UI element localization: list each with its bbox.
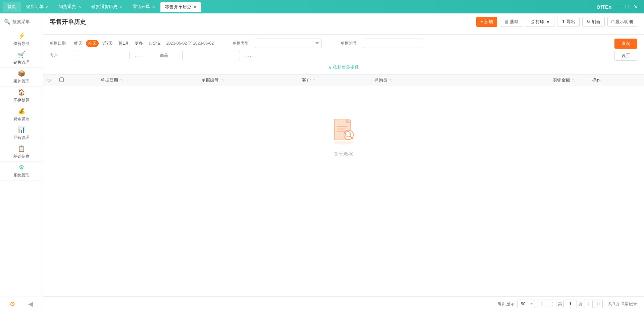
sidebar-settings-icon[interactable]: ⚙: [10, 300, 15, 308]
inventory-label: 库存核算: [13, 97, 30, 103]
th-customer: 客户 ⇅: [298, 74, 370, 86]
tab-sales-return-history-close[interactable]: ✕: [119, 5, 122, 9]
data-table: ⚙ 单据日期 ⇅ 单据编号 ⇅: [43, 74, 644, 184]
date-today[interactable]: 今天: [86, 40, 99, 47]
customer-input[interactable]: [72, 51, 130, 60]
tab-sales-return-history[interactable]: 销货退货历史 ✕: [87, 2, 127, 12]
date-range-value: 2023-06-02 至 2023-06-02: [166, 41, 213, 46]
page-number-input[interactable]: [563, 300, 577, 308]
th-amount-sort[interactable]: ⇅: [572, 79, 575, 82]
sidebar-item-operations[interactable]: 📊 经营管理: [0, 124, 43, 143]
content-area: 零售开单历史 + 新增 🗑 删除 🖨 打印 ▼ ⬆ 导出 ↻ 刷新 □ 显示明细: [43, 13, 644, 311]
query-button[interactable]: 查询: [614, 39, 637, 49]
sidebar-collapse-icon[interactable]: ◀: [28, 300, 33, 308]
sidebar: 🔍 搜索采单 ⚡ 快捷导航 🛒 销售管理 📦 采购管理 🏠 库存核算 💰 资金管…: [0, 13, 43, 311]
page-label: 第: [558, 301, 562, 307]
sidebar-item-sales-mgmt[interactable]: 🛒 销售管理: [0, 49, 43, 68]
th-date-sort[interactable]: ⇅: [120, 79, 123, 82]
sidebar-item-inventory[interactable]: 🏠 库存核算: [0, 87, 43, 105]
tab-sales-return[interactable]: 销货退货 ✕: [54, 2, 86, 12]
first-page-button[interactable]: ⟨⟨: [538, 300, 546, 308]
delete-button[interactable]: 🗑 删除: [500, 17, 523, 27]
close-window-icon[interactable]: ✕: [634, 4, 638, 10]
tab-sales-return-close[interactable]: ✕: [78, 5, 81, 9]
tab-retail-open-label: 零售开单: [133, 4, 150, 10]
select-all-checkbox[interactable]: [59, 77, 64, 82]
search-icon: 🔍: [4, 19, 10, 25]
sidebar-item-system[interactable]: ⚙ 系统管理: [0, 162, 43, 180]
th-date: 单据日期 ⇅: [97, 74, 197, 86]
tab-sales-order-close[interactable]: ✕: [46, 5, 49, 9]
th-settings: ⚙: [43, 74, 55, 86]
th-ops: 操作: [588, 74, 644, 86]
inventory-icon: 🏠: [18, 89, 25, 96]
filter-settings-button[interactable]: 设置: [614, 51, 637, 61]
product-input[interactable]: [182, 51, 240, 60]
table-body: 暂无数据: [43, 86, 644, 185]
add-button[interactable]: + 新增: [476, 17, 497, 27]
sidebar-search[interactable]: 🔍 搜索采单: [0, 13, 43, 30]
sidebar-item-purchase-mgmt[interactable]: 📦 采购管理: [0, 68, 43, 87]
doc-number-input[interactable]: [363, 39, 423, 48]
date-yesterday[interactable]: 昨天: [72, 40, 85, 47]
page-suffix: 页: [578, 301, 583, 307]
empty-state-cell: 暂无数据: [43, 86, 644, 185]
th-number-label: 单据编号: [201, 77, 219, 83]
sidebar-bottom: ⚙ ◀: [0, 297, 43, 311]
tab-retail-open[interactable]: 零售开单 ✕: [128, 2, 160, 12]
sidebar-item-basic-info[interactable]: 📋 基础信息: [0, 143, 43, 162]
empty-text: 暂无数据: [334, 151, 353, 157]
sales-mgmt-icon: 🛒: [18, 51, 25, 58]
collapse-bar[interactable]: ∧ 收起更多条件: [50, 64, 637, 70]
th-number-sort[interactable]: ⇅: [221, 79, 224, 82]
system-label: 系统管理: [13, 172, 30, 178]
date-1month[interactable]: 近1月: [116, 40, 132, 47]
empty-icon: [327, 113, 360, 147]
empty-state-row: 暂无数据: [43, 86, 644, 185]
sales-mgmt-label: 销售管理: [13, 60, 30, 65]
quick-nav-icon: ⚡: [18, 32, 25, 40]
display-cols-button[interactable]: □ 显示明细: [607, 17, 637, 27]
date-custom[interactable]: 自定义: [147, 40, 163, 47]
customer-dots[interactable]: ...: [135, 52, 141, 58]
quick-nav-label: 快捷导航: [13, 41, 30, 47]
tab-retail-open-history[interactable]: 零售开单历史 ✕: [160, 2, 201, 12]
empty-state: 暂无数据: [43, 86, 644, 184]
tab-home[interactable]: 首页: [3, 2, 21, 12]
doc-type-select[interactable]: [255, 39, 322, 48]
last-page-button[interactable]: ⟩⟩: [594, 300, 603, 308]
date-7days[interactable]: 近7天: [100, 40, 115, 47]
sidebar-item-finance[interactable]: 💰 资金管理: [0, 105, 43, 124]
maximize-icon[interactable]: □: [626, 4, 629, 10]
th-customer-sort[interactable]: ⇅: [313, 79, 316, 82]
doc-number-filter-label: 单据编号: [341, 41, 357, 46]
print-arrow: ▼: [546, 19, 550, 24]
th-date-label: 单据日期: [101, 77, 118, 83]
minimize-icon[interactable]: —: [615, 4, 621, 10]
per-page-label: 每页显示: [497, 301, 515, 307]
purchase-mgmt-label: 采购管理: [13, 79, 30, 84]
refresh-button[interactable]: ↻ 刷新: [582, 17, 605, 27]
operations-icon: 📊: [18, 126, 25, 134]
collapse-label: 收起更多条件: [333, 64, 359, 70]
filter-area: 单据日期 昨天 今天 近7天 近1月 更多 自定义 2023-06-02 至 2…: [43, 35, 644, 74]
product-dots[interactable]: ...: [245, 52, 252, 58]
export-button[interactable]: ⬆ 导出: [557, 17, 580, 27]
sidebar-item-quick-nav[interactable]: ⚡ 快捷导航: [0, 30, 43, 49]
sidebar-search-label: 搜索采单: [12, 19, 30, 25]
window-controls: — □ ✕: [615, 4, 638, 10]
page-nav: ⟨⟨ ⟨ 第 页 ⟩ ⟩⟩: [538, 300, 603, 308]
next-page-button[interactable]: ⟩: [584, 300, 593, 308]
tab-sales-order[interactable]: 销售订单 ✕: [21, 2, 53, 12]
collapse-up-icon: ∧: [328, 65, 332, 70]
date-more[interactable]: 更多: [133, 40, 145, 47]
tab-retail-open-history-close[interactable]: ✕: [193, 5, 196, 9]
tab-retail-open-close[interactable]: ✕: [152, 5, 155, 9]
table-settings-button[interactable]: ⚙: [47, 77, 51, 83]
svg-point-0: [334, 141, 354, 145]
prev-page-button[interactable]: ⟨: [548, 300, 556, 308]
th-salesperson-sort[interactable]: ⇅: [389, 79, 392, 82]
per-page-select[interactable]: 50 20 100: [517, 300, 535, 308]
tab-retail-open-history-label: 零售开单历史: [165, 4, 191, 10]
print-button[interactable]: 🖨 打印 ▼: [526, 17, 555, 27]
